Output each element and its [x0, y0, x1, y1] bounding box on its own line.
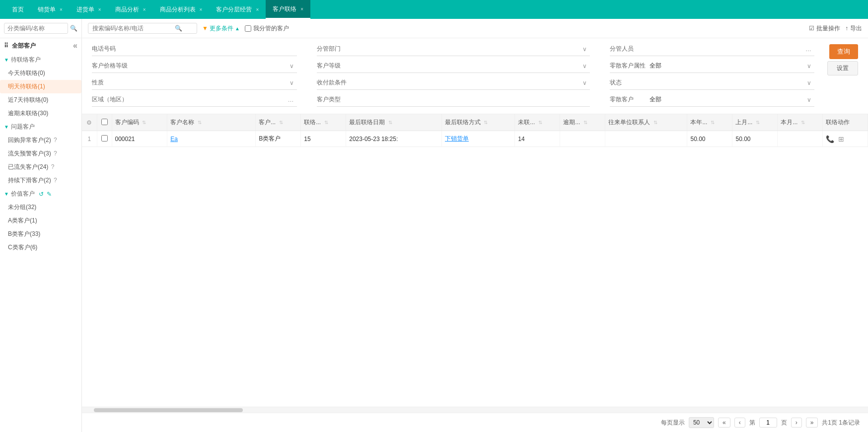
sort-icon-last-method[interactable]: ⇅ [484, 120, 488, 125]
first-page-btn[interactable]: « [718, 418, 730, 428]
row-checkbox[interactable] [101, 135, 108, 142]
person-label: 分管人员 [610, 45, 650, 53]
export-btn[interactable]: ↑ 导出 [845, 24, 862, 33]
sort-icon-this-month[interactable]: ⇅ [801, 120, 805, 125]
col-contact-count: 联络... ⇅ [301, 114, 346, 131]
next-page-btn[interactable]: › [791, 418, 802, 428]
sidebar-item-churn-warning[interactable]: 流失预警客户(3) ? [0, 147, 81, 160]
person-input[interactable] [650, 46, 803, 53]
sidebar-item-unclassified[interactable]: 未分组(32) [0, 201, 81, 214]
query-button[interactable]: 查询 [829, 44, 858, 59]
last-contact-date-cell: 2023-05-23 18:25: [346, 131, 442, 147]
retail-attr-input[interactable] [650, 63, 804, 70]
main-search-input[interactable] [92, 25, 172, 32]
sidebar-all-customers[interactable]: ⠿ 全部客户 « [0, 38, 81, 53]
sort-icon-contact-count[interactable]: ⇅ [324, 120, 328, 125]
collapse-icon[interactable]: « [73, 41, 77, 50]
sidebar-item-class-c[interactable]: C类客户(6) [0, 241, 81, 254]
price-grade-dropdown[interactable]: ∨ [287, 63, 297, 70]
current-page-input[interactable] [759, 418, 777, 428]
main-search-icon[interactable]: 🔍 [175, 25, 182, 32]
nav-product-analysis[interactable]: 商品分析 × [108, 0, 153, 19]
nav-customer-contact[interactable]: 客户联络 × [266, 0, 310, 19]
select-all-checkbox[interactable] [101, 119, 108, 125]
nav-product-analysis-list[interactable]: 商品分析列表 × [153, 0, 210, 19]
nav-product-analysis-close-icon[interactable]: × [143, 7, 146, 12]
sort-icon-overdue[interactable]: ⇅ [583, 120, 587, 125]
nav-sales-order[interactable]: 销货单 × [31, 0, 70, 19]
phone-action-icon[interactable]: 📞 [826, 135, 834, 143]
customer-grade-input[interactable] [357, 63, 579, 70]
sidebar-item-today-contact[interactable]: 今天待联络(0) [0, 67, 81, 80]
nav-sales-label: 销货单 [38, 5, 56, 14]
sidebar-item-class-a[interactable]: A类客户(1) [0, 214, 81, 227]
sort-icon-no-contact[interactable]: ⇅ [538, 120, 542, 125]
nav-customer-contact-close-icon[interactable]: × [300, 6, 303, 12]
sort-icon-name[interactable]: ⇅ [198, 120, 202, 125]
sort-icon-this-year[interactable]: ⇅ [711, 120, 715, 125]
batch-operation-btn[interactable]: ☑ 批量操作 [809, 24, 840, 33]
nav-sales-close-icon[interactable]: × [60, 7, 63, 12]
sort-icon-last-month[interactable]: ⇅ [756, 120, 760, 125]
export-label: 导出 [850, 24, 862, 33]
horizontal-scrollbar[interactable] [82, 407, 868, 413]
retail-attr-dropdown[interactable]: ∨ [804, 63, 814, 70]
table-row: 1 000021 Ea B类客户 [82, 131, 868, 147]
sidebar-item-declining[interactable]: 持续下滑客户(2) ? [0, 174, 81, 187]
nav-purchase-order[interactable]: 进货单 × [70, 0, 108, 19]
nav-customer-layered[interactable]: 客户分层经营 × [209, 0, 266, 19]
nav-purchase-close-icon[interactable]: × [98, 7, 101, 12]
grid-action-icon[interactable]: ⊞ [838, 135, 844, 143]
nature-dropdown[interactable]: ∨ [287, 79, 297, 86]
sidebar-item-churned[interactable]: 已流失客户(24) ? [0, 160, 81, 174]
retail-customer-dropdown[interactable]: ∨ [804, 96, 814, 103]
col-settings[interactable]: ⚙ [82, 114, 97, 131]
nav-home[interactable]: 首页 [5, 0, 31, 19]
sidebar-search-input[interactable] [4, 23, 68, 34]
sidebar-item-7days-contact[interactable]: 近7天待联络(0) [0, 93, 81, 107]
sidebar-search-icon[interactable]: 🔍 [70, 25, 77, 32]
person-more-icon[interactable]: … [802, 46, 814, 53]
sort-icon-type[interactable]: ⇅ [279, 120, 283, 125]
last-page-btn[interactable]: » [806, 418, 818, 428]
scroll-thumb[interactable] [94, 408, 243, 412]
region-input[interactable] [132, 96, 285, 103]
customer-grade-dropdown[interactable]: ∨ [579, 63, 590, 70]
phone-input[interactable] [132, 46, 297, 53]
nature-label: 性质 [92, 78, 132, 87]
sort-icon-last-date[interactable]: ⇅ [388, 120, 392, 125]
filter-row-2: 客户价格等级 ∨ 客户等级 ∨ 零散客户属性 [92, 59, 814, 73]
nav-product-list-close-icon[interactable]: × [200, 7, 203, 12]
sidebar-item-tomorrow-contact[interactable]: 明天待联络(1) [0, 80, 81, 93]
sort-icon-code[interactable]: ⇅ [142, 120, 146, 125]
more-conditions-btn[interactable]: ▼ 更多条件 ▲ [202, 24, 240, 33]
col-this-year: 本年... ⇅ [687, 114, 732, 131]
prev-page-btn[interactable]: ‹ [734, 418, 745, 428]
price-grade-input[interactable] [132, 63, 287, 70]
status-dropdown[interactable]: ∨ [804, 79, 814, 86]
payment-input[interactable] [357, 79, 579, 86]
my-customers-checkbox[interactable] [245, 25, 251, 32]
edit-value-icon[interactable]: ✎ [47, 191, 52, 198]
nav-product-analysis-label: 商品分析 [115, 5, 139, 14]
phone-label: 电话号码 [92, 45, 132, 53]
sidebar-item-repurchase-abnormal[interactable]: 回购异常客户(2) ? [0, 134, 81, 147]
sidebar-item-class-b[interactable]: B类客户(33) [0, 227, 81, 241]
col-select-all[interactable] [97, 114, 112, 131]
row-action-icons: 📞 ⊞ [826, 135, 865, 143]
customer-type-input[interactable] [357, 96, 590, 103]
sidebar-item-overdue-contact[interactable]: 逾期未联络(30) [0, 107, 81, 120]
my-customers-filter[interactable]: 我分管的客户 [245, 24, 289, 33]
nature-input[interactable] [132, 79, 287, 86]
status-input[interactable] [650, 79, 804, 86]
page-size-select[interactable]: 50 100 200 [689, 417, 714, 428]
sort-icon-contact-person[interactable]: ⇅ [653, 120, 657, 125]
region-more-icon[interactable]: … [285, 96, 297, 103]
setting-button[interactable]: 设置 [827, 61, 858, 75]
payment-dropdown[interactable]: ∨ [579, 79, 590, 86]
refresh-icon[interactable]: ↺ [39, 191, 44, 198]
nav-customer-layered-close-icon[interactable]: × [256, 7, 259, 12]
retail-customer-input[interactable] [650, 96, 804, 103]
dept-dropdown-icon[interactable]: ∨ [579, 46, 590, 53]
dept-input[interactable] [357, 46, 579, 53]
